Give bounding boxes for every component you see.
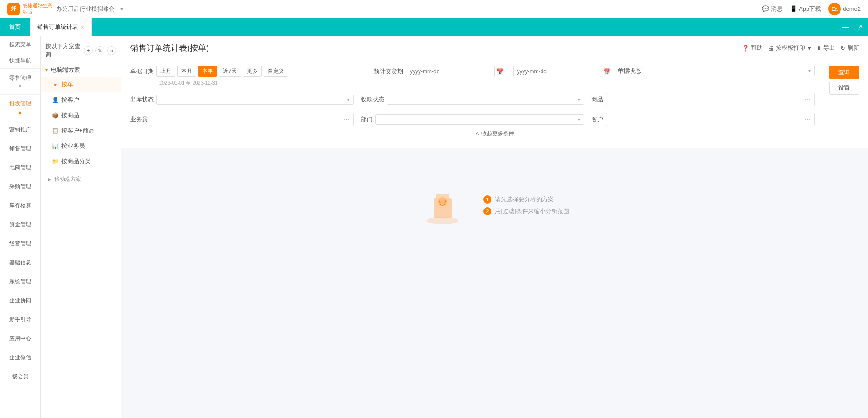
print-dropdown-arrow[interactable]: ▾ [808, 45, 811, 52]
period-more[interactable]: 更多 [243, 66, 262, 77]
sidebar-item-ecommerce[interactable]: 电商管理 [0, 158, 40, 177]
scheme-item-by-salesperson[interactable]: 📊 按业务员 [41, 138, 121, 154]
period-this-year[interactable]: 本年 [198, 66, 217, 77]
avatar: Ea [828, 3, 841, 15]
step-num-1: 1 [483, 195, 491, 204]
salesperson-label: 业务员 [130, 115, 148, 124]
step-num-2: 2 [483, 207, 491, 215]
sidebar-item-basic[interactable]: 基础信息 [0, 253, 40, 272]
bill-status-select[interactable]: ▾ [644, 66, 815, 76]
app-title: 办公用品行业模拟账套 [56, 5, 115, 13]
ship-status-arrow: ▾ [347, 97, 349, 102]
scheme-panel: 按以下方案查询 + ✎ « ▾ 电脑端方案 ● 按单 👤 按客户 [41, 36, 121, 418]
refresh-icon: ↻ [840, 45, 845, 52]
page-actions: ❓ 帮助 🖨 按模板打印 ▾ ⬆ 导出 ↻ 刷新 [742, 44, 859, 52]
scheme-item-by-customer[interactable]: 👤 按客户 [41, 92, 121, 108]
bill-status-arrow: ▾ [808, 68, 811, 73]
print-btn[interactable]: 🖨 按模板打印 ▾ [768, 44, 811, 52]
settings-button[interactable]: 设置 [829, 81, 859, 95]
scheme-section-pc: ▾ 电脑端方案 ● 按单 👤 按客户 📦 按商品 📋 按客户+商品 [41, 62, 121, 171]
scheme-edit-btn[interactable]: ✎ [95, 46, 104, 55]
tab-maximize-btn[interactable]: ⤢ [855, 21, 864, 33]
date-range-hint: 2023-01-01 至 2023-12-31 [159, 80, 218, 86]
sidebar-item-finance[interactable]: 资金管理 [0, 215, 40, 234]
app-dropdown-arrow[interactable]: ▾ [120, 5, 123, 12]
sidebar-item-newbie[interactable]: 新手引导 [0, 310, 40, 329]
refresh-btn[interactable]: ↻ 刷新 [840, 44, 859, 52]
scheme-item-by-cp[interactable]: 📋 按客户+商品 [41, 123, 121, 138]
period-custom[interactable]: 自定义 [264, 66, 288, 77]
department-arrow: ▾ [578, 117, 580, 122]
sidebar-item-wechat[interactable]: 企业微信 [0, 348, 40, 367]
ship-status-select[interactable]: ▾ [156, 95, 354, 105]
sidebar-item-marketing[interactable]: 营销推广 [0, 120, 40, 139]
search-button[interactable]: 查询 [829, 66, 859, 79]
product-select[interactable]: ··· [606, 93, 815, 106]
export-btn[interactable]: ⬆ 导出 [816, 44, 835, 52]
sidebar-search[interactable]: 搜索菜单 [0, 36, 40, 53]
empty-state-steps: 1 请先选择要分析的方案 2 用[过滤]条件来缩小分析范围 [483, 195, 569, 219]
main-layout: 搜索菜单 快捷导航 零售管理 ▼ 批发管理 ▲ 营销推广 销售管理 电商管理 采… [0, 36, 868, 418]
payment-status-select[interactable]: ▾ [387, 95, 584, 105]
action-buttons: 查询 设置 [829, 66, 859, 95]
empty-illustration [420, 185, 465, 230]
product-dots: ··· [805, 95, 811, 104]
sidebar-item-member[interactable]: 畅会员 [0, 367, 40, 386]
tab-active[interactable]: 销售订单统计表 × [30, 18, 92, 36]
top-bar: 好 畅捷通好生意 标版 办公用品行业模拟账套 ▾ 💬 消息 📱 App下载 Ea… [0, 0, 868, 18]
bill-status-label: 单据状态 [618, 67, 641, 75]
top-bar-left: 好 畅捷通好生意 标版 办公用品行业模拟账套 ▾ [7, 3, 123, 15]
scheme-add-btn[interactable]: + [84, 46, 93, 55]
sidebar-item-inventory[interactable]: 库存核算 [0, 196, 40, 215]
expected-date-start[interactable] [406, 66, 495, 77]
tab-close-btn[interactable]: × [81, 24, 84, 30]
calendar-icon-end[interactable]: 📅 [603, 68, 610, 75]
salesperson-select[interactable]: ··· [151, 113, 354, 126]
period-buttons: 上月 本月 本年 近7天 更多 自定义 [156, 66, 288, 77]
scheme-item-by-order[interactable]: ● 按单 [41, 77, 121, 92]
scheme-collapse-btn[interactable]: « [107, 46, 116, 55]
scheme-panel-actions: + ✎ « [84, 46, 116, 55]
period-this-month[interactable]: 本月 [177, 66, 196, 77]
tab-home[interactable]: 首页 [0, 18, 30, 36]
page-title: 销售订单统计表(按单) [130, 43, 209, 53]
customer-select[interactable]: ··· [606, 113, 815, 126]
sidebar-quick-nav[interactable]: 快捷导航 [0, 53, 40, 69]
app-download-btn[interactable]: 📱 App下载 [790, 5, 821, 13]
sidebar-item-operations[interactable]: 经营管理 [0, 234, 40, 253]
logo-icon: 好 [7, 3, 20, 15]
period-last-month[interactable]: 上月 [156, 66, 175, 77]
sidebar-item-purchase[interactable]: 采购管理 [0, 177, 40, 196]
scheme-item-by-category[interactable]: 📁 按商品分类 [41, 154, 121, 169]
department-select[interactable]: ▾ [375, 114, 584, 125]
product-label: 商品 [591, 95, 603, 104]
logo-text: 畅捷通好生意 标版 [23, 3, 52, 14]
scheme-item-by-product[interactable]: 📦 按商品 [41, 108, 121, 123]
sidebar-item-retail[interactable]: 零售管理 ▼ [0, 69, 40, 95]
top-bar-right: 💬 消息 📱 App下载 Ea demo2 [762, 3, 861, 15]
expected-date-end[interactable] [513, 66, 602, 77]
help-icon: ❓ [742, 45, 749, 52]
message-btn[interactable]: 💬 消息 [762, 5, 783, 13]
tab-minimize-btn[interactable]: — [840, 21, 851, 33]
filter-area: 单据日期 上月 本月 本年 近7天 更多 自定义 [121, 58, 868, 148]
customer-dots: ··· [805, 115, 811, 124]
help-btn[interactable]: ❓ 帮助 [742, 44, 763, 52]
scheme-section-pc-header[interactable]: ▾ 电脑端方案 [41, 63, 121, 77]
page-header: 销售订单统计表(按单) ❓ 帮助 🖨 按模板打印 ▾ ⬆ 导出 [121, 36, 868, 58]
sidebar-item-enterprise[interactable]: 企业协同 [0, 291, 40, 310]
sidebar-item-sales[interactable]: 销售管理 [0, 139, 40, 158]
sidebar-item-system[interactable]: 系统管理 [0, 272, 40, 291]
user-menu[interactable]: Ea demo2 [828, 3, 861, 15]
scheme-section-mobile-header[interactable]: ▶ 移动端方案 [41, 173, 121, 186]
empty-state: 1 请先选择要分析的方案 2 用[过滤]条件来缩小分析范围 [121, 148, 868, 266]
by-product-icon: 📦 [52, 112, 59, 119]
payment-status-label: 收款状态 [361, 95, 384, 104]
sidebar: 搜索菜单 快捷导航 零售管理 ▼ 批发管理 ▲ 营销推广 销售管理 电商管理 采… [0, 36, 41, 418]
period-last7days[interactable]: 近7天 [219, 66, 241, 77]
collapse-btn[interactable]: ∧ 收起更多条件 [475, 130, 514, 138]
sidebar-item-wholesale[interactable]: 批发管理 ▲ [0, 95, 40, 120]
sidebar-item-appstore[interactable]: 应用中心 [0, 329, 40, 348]
calendar-icon-start[interactable]: 📅 [496, 68, 504, 75]
by-customer-icon: 👤 [52, 96, 59, 104]
